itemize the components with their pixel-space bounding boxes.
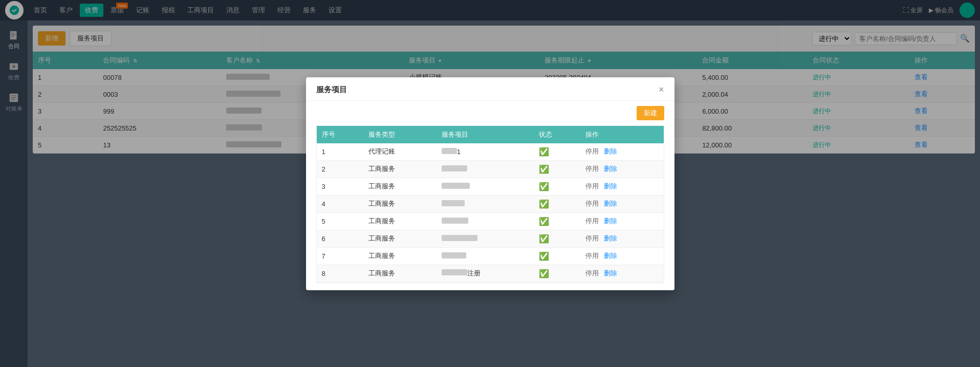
modal-cell-type: 工商服务 bbox=[363, 265, 437, 282]
delete-button[interactable]: 删除 bbox=[604, 147, 617, 155]
modal-table-wrap: 序号 服务类型 服务项目 状态 操作 1 代理记账 1 ✅ 停用 bbox=[316, 125, 664, 283]
modal-cell-action[interactable]: 停用 删除 bbox=[580, 195, 663, 212]
modal-cell-type: 工商服务 bbox=[363, 247, 437, 265]
modal-cell-action[interactable]: 停用 删除 bbox=[580, 265, 663, 282]
modal-close-button[interactable]: × bbox=[659, 84, 664, 95]
modal-cell-seq: 2 bbox=[317, 160, 363, 178]
modal-cell-status: ✅ bbox=[534, 265, 580, 282]
modal-cell-type: 工商服务 bbox=[363, 212, 437, 230]
modal-cell-item bbox=[437, 160, 534, 178]
modal-cell-item bbox=[437, 195, 534, 212]
modal-body: 序号 服务类型 服务项目 状态 操作 1 代理记账 1 ✅ 停用 bbox=[306, 125, 674, 290]
modal-cell-type: 工商服务 bbox=[363, 195, 437, 212]
modal-cell-item: 注册 bbox=[437, 265, 534, 282]
modal-header: 服务项目 × bbox=[306, 77, 674, 101]
modal-cell-item bbox=[437, 247, 534, 265]
modal-table-row: 5 工商服务 ✅ 停用 删除 bbox=[317, 212, 664, 230]
modal-cell-status: ✅ bbox=[534, 160, 580, 178]
delete-button[interactable]: 删除 bbox=[604, 165, 617, 172]
delete-button[interactable]: 删除 bbox=[604, 217, 617, 225]
stop-button[interactable]: 停用 bbox=[585, 182, 599, 190]
modal-cell-action[interactable]: 停用 删除 bbox=[580, 230, 663, 247]
modal-toolbar: 新建 bbox=[306, 101, 674, 125]
delete-button[interactable]: 删除 bbox=[604, 234, 617, 242]
modal-cell-seq: 6 bbox=[317, 230, 363, 247]
modal-cell-action[interactable]: 停用 删除 bbox=[580, 160, 663, 178]
modal-cell-action[interactable]: 停用 删除 bbox=[580, 212, 663, 230]
modal-cell-seq: 7 bbox=[317, 247, 363, 265]
stop-button[interactable]: 停用 bbox=[585, 234, 599, 242]
stop-button[interactable]: 停用 bbox=[585, 269, 599, 277]
modal-table-row: 2 工商服务 ✅ 停用 删除 bbox=[317, 160, 664, 178]
modal-cell-item bbox=[437, 230, 534, 247]
modal-col-seq: 序号 bbox=[317, 126, 363, 143]
modal-table-row: 7 工商服务 ✅ 停用 删除 bbox=[317, 247, 664, 265]
modal-col-type: 服务类型 bbox=[363, 126, 437, 143]
modal-col-action: 操作 bbox=[580, 126, 663, 143]
modal-cell-action[interactable]: 停用 删除 bbox=[580, 247, 663, 265]
stop-button[interactable]: 停用 bbox=[585, 147, 599, 155]
modal-cell-type: 工商服务 bbox=[363, 160, 437, 178]
stop-button[interactable]: 停用 bbox=[585, 165, 599, 172]
stop-button[interactable]: 停用 bbox=[585, 252, 599, 260]
modal-table-row: 3 工商服务 ✅ 停用 删除 bbox=[317, 178, 664, 195]
delete-button[interactable]: 删除 bbox=[604, 182, 617, 190]
modal-col-item: 服务项目 bbox=[437, 126, 534, 143]
modal-cell-seq: 3 bbox=[317, 178, 363, 195]
modal-cell-seq: 4 bbox=[317, 195, 363, 212]
modal-cell-item: 1 bbox=[437, 143, 534, 161]
modal-table-row: 4 工商服务 ✅ 停用 删除 bbox=[317, 195, 664, 212]
modal-cell-status: ✅ bbox=[534, 178, 580, 195]
modal-table-row: 1 代理记账 1 ✅ 停用 删除 bbox=[317, 143, 664, 161]
new-service-button[interactable]: 新建 bbox=[637, 106, 664, 120]
service-modal: 服务项目 × 新建 序号 服务类型 服务项目 bbox=[306, 77, 674, 290]
modal-cell-status: ✅ bbox=[534, 230, 580, 247]
modal-cell-action[interactable]: 停用 删除 bbox=[580, 178, 663, 195]
modal-cell-item bbox=[437, 212, 534, 230]
modal-title: 服务项目 bbox=[316, 85, 347, 95]
modal-overlay[interactable]: 服务项目 × 新建 序号 服务类型 服务项目 bbox=[0, 0, 980, 367]
modal-cell-type: 工商服务 bbox=[363, 178, 437, 195]
modal-cell-type: 代理记账 bbox=[363, 143, 437, 161]
delete-button[interactable]: 删除 bbox=[604, 269, 617, 277]
modal-table-row: 6 工商服务 ✅ 停用 删除 bbox=[317, 230, 664, 247]
stop-button[interactable]: 停用 bbox=[585, 217, 599, 225]
delete-button[interactable]: 删除 bbox=[604, 252, 617, 260]
modal-col-status: 状态 bbox=[534, 126, 580, 143]
main-content: 新增 服务项目 进行中 已完成 已终止 🔍 序号 合同编 bbox=[28, 20, 980, 367]
modal-cell-type: 工商服务 bbox=[363, 230, 437, 247]
stop-button[interactable]: 停用 bbox=[585, 200, 599, 207]
modal-cell-action[interactable]: 停用 删除 bbox=[580, 143, 663, 161]
modal-cell-item bbox=[437, 178, 534, 195]
modal-cell-status: ✅ bbox=[534, 212, 580, 230]
modal-cell-seq: 8 bbox=[317, 265, 363, 282]
modal-cell-seq: 5 bbox=[317, 212, 363, 230]
modal-table-row: 8 工商服务 注册 ✅ 停用 删除 bbox=[317, 265, 664, 282]
modal-cell-status: ✅ bbox=[534, 143, 580, 161]
modal-service-table: 序号 服务类型 服务项目 状态 操作 1 代理记账 1 ✅ 停用 bbox=[317, 126, 664, 283]
modal-cell-seq: 1 bbox=[317, 143, 363, 161]
modal-cell-status: ✅ bbox=[534, 195, 580, 212]
delete-button[interactable]: 删除 bbox=[604, 200, 617, 207]
modal-cell-status: ✅ bbox=[534, 247, 580, 265]
